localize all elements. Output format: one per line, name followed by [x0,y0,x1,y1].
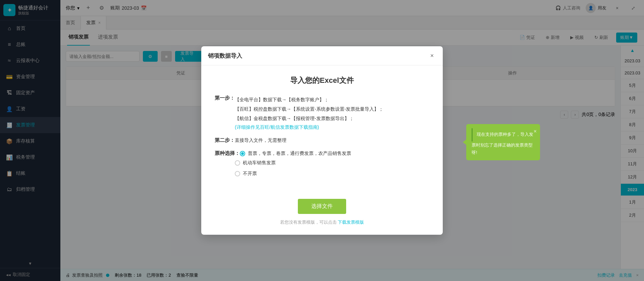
radio-noticket[interactable]: 不开票 [215,171,429,177]
radio-normal[interactable]: 普票，专票，卷票，通行费发票，农产品销售发票 [240,151,351,157]
modal-overlay[interactable]: 销项数据导入 × 导入您的Excel文件 第一步： 【全电平台】数据下载→【税务… [0,0,644,281]
tooltip-arrow [463,139,466,145]
select-file-button[interactable]: 选择文件 [298,199,346,214]
modal-footer: 选择文件 若您没有发票模版，可以点击 下载发票模版 [201,192,443,235]
radio-normal-circle [240,151,245,156]
radio-motor-circle [235,160,240,166]
modal-close-button[interactable]: × [428,52,436,60]
step1-line-2: 【航信】金税盘数据下载→【报税管理-发票数据导出】； [235,114,383,123]
step2-label: 第二步： [215,137,235,144]
radio-motor[interactable]: 机动车销售发票 [215,160,429,166]
modal-body: 导入您的Excel文件 第一步： 【全电平台】数据下载→【税务数字账户】； 【百… [201,65,443,192]
radio-normal-dot [241,152,244,155]
step1-content: 第一步： 【全电平台】数据下载→【税务数字账户】； 【百旺】税控盘数据下载→【系… [215,95,429,130]
modal-header: 销项数据导入 × [201,46,443,65]
radio-normal-label: 普票，专票，卷票，通行费发票，农产品销售发票 [248,151,351,157]
ticket-select-section: 票种选择： 普票，专票，卷票，通行费发票，农产品销售发票 [215,150,429,177]
step1-row: 第一步： 【全电平台】数据下载→【税务数字账户】； 【百旺】税控盘数据下载→【系… [215,95,429,130]
radio-noticket-label: 不开票 [243,171,257,177]
tooltip-text: 现在支持的票种多了，导入发票时别忘了选择正确的发票类型呀! [472,132,533,155]
step2-row: 第二步： 直接导入文件，无需整理 [215,137,429,144]
step1-guide-link[interactable]: (详细操作见百旺/航信发票数据下载指南) [235,124,319,130]
radio-noticket-circle [235,171,240,176]
step1-line-1: 【百旺】税控盘数据下载→【系统设置-系统参数设置-发票批量导入】； [235,104,383,114]
download-template-link[interactable]: 下载发票模版 [338,220,364,225]
step1-link-row: (详细操作见百旺/航信发票数据下载指南) [235,124,383,130]
step1-line-0: 【全电平台】数据下载→【税务数字账户】； [235,95,383,104]
step1-label: 第一步： [215,95,235,130]
tooltip-accent-bar [472,128,473,142]
modal-main-title: 导入您的Excel文件 [215,75,429,86]
step2-content: 第二步： 直接导入文件，无需整理 [215,137,429,144]
tooltip-bubble-wrapper: 现在支持的票种多了，导入发票时别忘了选择正确的发票类型呀! × [466,124,540,160]
radio-motor-label: 机动车销售发票 [243,160,276,166]
import-modal: 销项数据导入 × 导入您的Excel文件 第一步： 【全电平台】数据下载→【税务… [201,46,443,235]
download-text-row: 若您没有发票模版，可以点击 下载发票模版 [215,219,429,225]
tooltip-bubble: 现在支持的票种多了，导入发票时别忘了选择正确的发票类型呀! × [466,124,540,160]
step1-lines: 【全电平台】数据下载→【税务数字账户】； 【百旺】税控盘数据下载→【系统设置-系… [235,95,383,130]
tooltip-close-btn[interactable]: × [534,127,537,136]
ticket-row-1: 票种选择： 普票，专票，卷票，通行费发票，农产品销售发票 [215,150,429,157]
step2-content-text: 直接导入文件，无需整理 [235,137,286,144]
download-text: 若您没有发票模版，可以点击 [280,220,337,225]
modal-title: 销项数据导入 [208,52,242,60]
ticket-select-label: 票种选择： [215,150,240,157]
